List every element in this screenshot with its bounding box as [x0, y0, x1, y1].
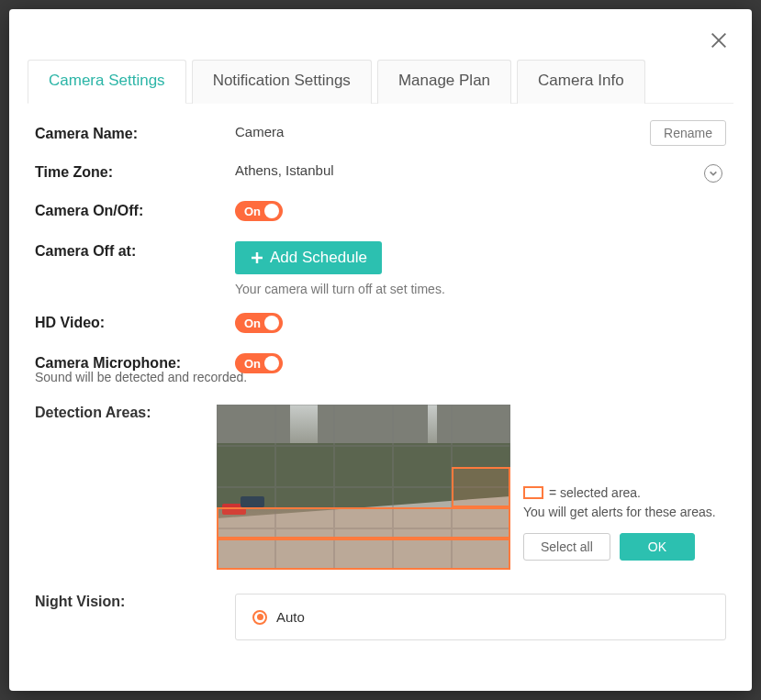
night-vision-auto-label: Auto — [276, 609, 305, 625]
toggle-text: On — [244, 205, 261, 218]
night-vision-auto-radio[interactable]: Auto — [252, 609, 709, 625]
add-schedule-label: Add Schedule — [270, 249, 367, 267]
radio-icon — [252, 610, 267, 625]
label-camera-mic: Camera Microphone: — [35, 353, 235, 372]
legend-text: = selected area. — [549, 485, 641, 500]
toggle-knob-icon — [264, 204, 279, 218]
tab-bar: Camera Settings Notification Settings Ma… — [28, 59, 733, 104]
tab-camera-settings[interactable]: Camera Settings — [28, 60, 186, 104]
toggle-text: On — [244, 357, 261, 371]
value-time-zone: Athens, Istanbul — [235, 162, 726, 178]
detection-preview[interactable] — [217, 405, 510, 570]
ok-button[interactable]: OK — [620, 533, 695, 561]
close-button[interactable] — [706, 28, 732, 53]
label-camera-name: Camera Name: — [35, 124, 235, 142]
night-vision-options: Auto — [235, 594, 726, 640]
tab-manage-plan[interactable]: Manage Plan — [377, 60, 511, 104]
rename-button[interactable]: Rename — [650, 120, 726, 146]
toggle-camera-mic[interactable]: On — [235, 353, 283, 373]
toggle-camera-onoff[interactable]: On — [235, 201, 283, 221]
tab-notification-settings[interactable]: Notification Settings — [192, 60, 372, 104]
selected-area[interactable] — [217, 507, 510, 539]
tab-camera-info[interactable]: Camera Info — [517, 60, 645, 104]
select-all-button[interactable]: Select all — [523, 533, 610, 561]
tab-content: Camera Name: Camera Rename Time Zone: At… — [28, 104, 733, 640]
selected-area-legend: = selected area. — [523, 485, 716, 500]
legend-box-icon — [523, 486, 543, 499]
toggle-hd-video[interactable]: On — [235, 313, 283, 333]
label-camera-off-at: Camera Off at: — [35, 241, 235, 260]
camera-settings-modal: Camera Settings Notification Settings Ma… — [9, 9, 752, 691]
label-camera-onoff: Camera On/Off: — [35, 201, 235, 219]
plus-icon — [250, 250, 264, 265]
toggle-knob-icon — [264, 356, 279, 371]
toggle-knob-icon — [264, 316, 279, 330]
label-detection-areas: Detection Areas: — [35, 405, 235, 421]
label-hd-video: HD Video: — [35, 313, 235, 331]
timezone-dropdown-icon[interactable] — [704, 164, 722, 183]
selected-area[interactable] — [217, 539, 510, 570]
add-schedule-button[interactable]: Add Schedule — [235, 241, 382, 274]
label-time-zone: Time Zone: — [35, 162, 235, 181]
schedule-hint: Your camera will turn off at set times. — [235, 282, 726, 296]
selected-area[interactable] — [452, 467, 510, 507]
label-night-vision: Night Vision: — [35, 594, 235, 610]
detection-desc: You will get alerts for these areas. — [523, 504, 716, 522]
toggle-text: On — [244, 317, 261, 330]
